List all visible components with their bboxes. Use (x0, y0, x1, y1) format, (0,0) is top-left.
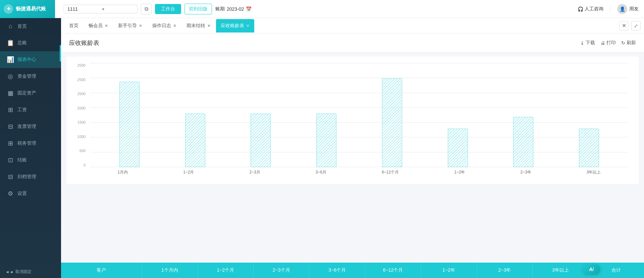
cancel-fixed-button[interactable]: ◄◄ 取消固定 (0, 266, 61, 278)
consult-area[interactable]: 🎧 人工咨询 (578, 6, 603, 12)
user-area[interactable]: 👤 用友 (617, 4, 639, 14)
y-label-2500c: 2500 (77, 63, 86, 67)
user-name: 用友 (629, 6, 639, 12)
refresh-button[interactable]: ↻ 刷新 (621, 40, 636, 46)
logo-area: ✦ 畅捷通易代账 (0, 0, 55, 18)
reports-icon: 📊 (7, 56, 14, 63)
sidebar-item-archive[interactable]: ⊟ 归档管理 (0, 168, 61, 185)
refresh-icon: ↻ (621, 40, 625, 46)
tab-label: 期末结转 (186, 23, 205, 29)
y-label-1000: 1000 (77, 135, 86, 139)
tab-oplog[interactable]: 操作日志 ✕ (148, 19, 181, 32)
copy-button[interactable]: ⧉ (141, 4, 152, 14)
headset-icon: 🎧 (578, 6, 583, 12)
expand-button[interactable]: ⤢ (631, 21, 641, 30)
company-selector[interactable]: 1111 ▾ (64, 5, 138, 13)
x-label-3yplus: 3年以上 (587, 169, 601, 175)
tabs-bar: 首页 畅会员 ✕ 新手引导 ✕ 操作日志 ✕ 期末结转 ✕ (61, 18, 644, 33)
close-all-tabs-button[interactable]: ✕ (619, 21, 629, 30)
bar-2-3m (251, 114, 271, 167)
y-label-2000: 2000 (77, 106, 86, 110)
th-2-3y: 2~3年 (477, 263, 533, 278)
sidebar-item-label: 首页 (17, 23, 27, 29)
tab-close-icon[interactable]: ✕ (139, 23, 142, 28)
sidebar-item-label: 税务管理 (17, 140, 36, 146)
sidebar-item-checkout[interactable]: ⊡ 结账 (0, 152, 61, 168)
sidebar-item-label: 资金管理 (17, 73, 36, 79)
header-right: 🎧 人工咨询 👤 用友 (578, 4, 639, 14)
tab-ar-aging[interactable]: 应收账龄表 ✕ (216, 19, 254, 32)
print-button[interactable]: 🖨 打印 (600, 40, 616, 46)
ledger-icon: 📋 (7, 39, 14, 47)
sidebar-item-invoice[interactable]: ⊟ 发票管理 (0, 118, 61, 135)
period-area: 账期 2023-02 📅 (215, 6, 252, 12)
bars-area (90, 63, 629, 167)
y-label-0: 0 (84, 163, 86, 167)
bar-1-2m (185, 114, 205, 167)
avatar: 👤 (617, 4, 627, 14)
tab-label: 新手引导 (118, 23, 137, 29)
content-area: 首页 畅会员 ✕ 新手引导 ✕ 操作日志 ✕ 期末结转 ✕ (61, 18, 644, 278)
cancel-fixed-label: 取消固定 (15, 269, 32, 275)
x-label-2-3y: 2~3年 (520, 169, 531, 175)
th-1-2y: 1~2年 (421, 263, 477, 278)
tab-close-icon[interactable]: ✕ (207, 23, 211, 28)
tab-period-end[interactable]: 期末结转 ✕ (182, 19, 215, 32)
bar-group-1-2y (448, 129, 468, 167)
ai-bubble[interactable]: Ai (582, 264, 600, 275)
consult-label: 人工咨询 (585, 6, 603, 12)
pin-icon: ◄◄ (5, 270, 13, 274)
tab-member[interactable]: 畅会员 ✕ (84, 19, 113, 32)
company-name: 1111 (67, 6, 99, 12)
bar-1-2y (448, 129, 468, 167)
th-2-3m: 2~3个月 (254, 263, 309, 278)
sidebar-item-funds[interactable]: ◎ 资金管理 (0, 68, 61, 85)
sidebar-item-label: 总账 (17, 40, 27, 46)
sidebar-item-home[interactable]: ⌂ 首页 (0, 18, 61, 34)
sidebar-item-reports[interactable]: 📊 报表中心 (0, 51, 61, 68)
sidebar-item-assets[interactable]: ▦ 固定资产 (0, 85, 61, 101)
sidebar-item-tax[interactable]: ⊞ 税务管理 (0, 135, 61, 152)
workbench-button[interactable]: 工作台 (155, 4, 181, 14)
tax-icon: ⊞ (7, 140, 14, 147)
tab-label: 应收账龄表 (221, 23, 244, 29)
sidebar: ⌂ 首页 📋 总账 📊 报表中心 ◎ 资金管理 ▦ 固定资产 ⊞ 工资 (0, 18, 61, 278)
x-label-6-12m: 6~12个月 (382, 169, 399, 175)
page-header: 应收账龄表 ⤓ 下载 🖨 打印 ↻ 刷新 (61, 33, 644, 53)
sidebar-item-label: 归档管理 (17, 174, 36, 180)
y-label-2500b: 2500 (77, 78, 86, 82)
tab-guide[interactable]: 新手引导 ✕ (113, 19, 147, 32)
tab-home[interactable]: 首页 (64, 19, 83, 32)
sidebar-item-settings[interactable]: ⚙ 设置 (0, 185, 61, 202)
sidebar-item-ledger[interactable]: 📋 总账 (0, 34, 61, 51)
logo-icon: ✦ (4, 4, 13, 14)
download-button[interactable]: ⤓ 下载 (580, 40, 595, 46)
sidebar-item-label: 结账 (17, 157, 27, 163)
tab-close-icon[interactable]: ✕ (105, 23, 108, 28)
chart-main (90, 63, 629, 167)
print-icon: 🖨 (600, 40, 605, 46)
th-3yplus: 3年以上 (533, 263, 588, 278)
sidebar-item-label: 设置 (17, 191, 27, 197)
archive-icon: ⊟ (7, 173, 14, 181)
sidebar-item-salary[interactable]: ⊞ 工资 (0, 101, 61, 118)
period-value: 2023-02 (227, 6, 244, 12)
download-label: 下载 (586, 40, 595, 46)
y-label-1500: 1500 (77, 120, 86, 124)
calendar-icon[interactable]: 📅 (246, 6, 252, 12)
tab-label: 畅会员 (89, 23, 103, 29)
tab-close-icon[interactable]: ✕ (173, 23, 176, 28)
bar-3-6m (316, 114, 336, 167)
sidebar-item-label: 固定资产 (17, 90, 36, 96)
switch-old-version-button[interactable]: 切到旧版 (184, 4, 212, 14)
bar-group-1m (119, 82, 140, 167)
x-label-1-2m: 1~2月 (183, 169, 194, 175)
checkout-icon: ⊡ (7, 156, 14, 164)
bar-group-2-3m (251, 114, 271, 167)
tab-close-icon[interactable]: ✕ (246, 23, 250, 28)
period-label: 账期 (215, 6, 225, 12)
page-actions: ⤓ 下载 🖨 打印 ↻ 刷新 (580, 40, 636, 46)
th-6-12m: 6~12个月 (365, 263, 421, 278)
th-3-6m: 3~6个月 (309, 263, 365, 278)
assets-icon: ▦ (7, 89, 14, 97)
